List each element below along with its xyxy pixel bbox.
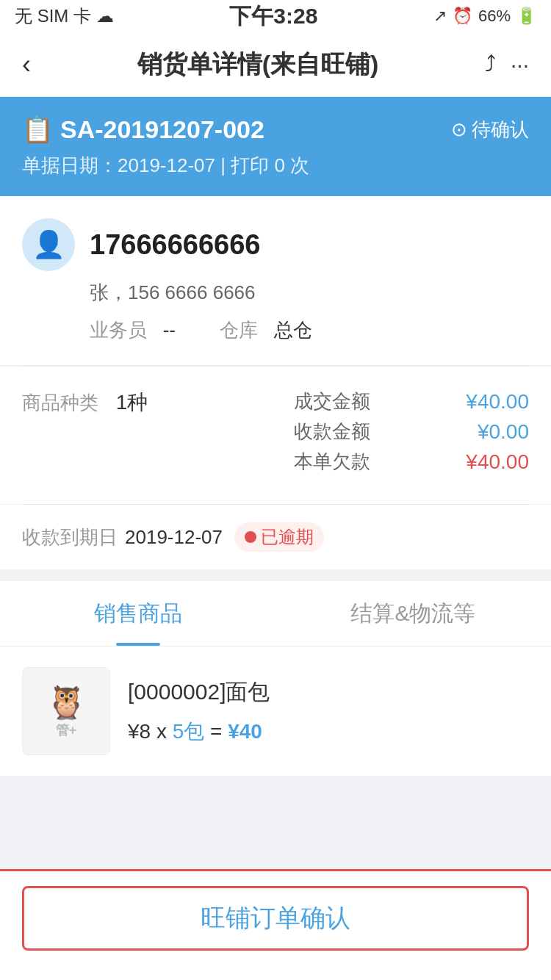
sim-text: 无 SIM 卡 ☁ bbox=[15, 4, 114, 28]
qty-text: 5包 bbox=[173, 720, 205, 743]
amount-1-label: 成交金额 bbox=[294, 389, 370, 414]
order-id: 📋 SA-20191207-002 bbox=[22, 115, 264, 144]
tab-sales-goods[interactable]: 销售商品 bbox=[0, 581, 276, 646]
due-date-value: 2019-12-07 bbox=[125, 526, 223, 549]
order-banner: 📋 SA-20191207-002 ⊙ 待确认 单据日期：2019-12-07 … bbox=[0, 97, 551, 196]
tab-settlement-label: 结算&物流等 bbox=[350, 599, 475, 629]
overdue-text: 已逾期 bbox=[261, 525, 314, 549]
tab-sales-goods-label: 销售商品 bbox=[94, 599, 182, 629]
page-title: 销货单详情(来自旺铺) bbox=[137, 48, 379, 82]
amount-1-value: ¥40.00 bbox=[466, 390, 529, 414]
due-section: 收款到期日 2019-12-07 已逾期 bbox=[0, 505, 551, 569]
nav-actions: ⤴ ··· bbox=[485, 52, 529, 77]
more-icon[interactable]: ··· bbox=[511, 52, 529, 77]
summary-section: 商品种类 1种 成交金额 ¥40.00 收款金额 ¥0.00 本单欠款 ¥40.… bbox=[0, 367, 551, 504]
goods-type: 商品种类 1种 bbox=[22, 389, 148, 417]
share-icon[interactable]: ⤴ bbox=[485, 52, 496, 77]
alarm-icon: ⏰ bbox=[453, 7, 472, 26]
status-left: 无 SIM 卡 ☁ bbox=[15, 4, 114, 28]
order-status: ⊙ 待确认 bbox=[451, 117, 529, 143]
separator-text: = bbox=[204, 720, 228, 743]
overdue-badge: 已逾期 bbox=[234, 522, 324, 552]
bottom-bar: 旺铺订单确认 bbox=[0, 869, 551, 980]
product-item: 🦉 管+ [0000002]面包 ¥8 x 5包 = ¥40 bbox=[0, 646, 551, 776]
goods-type-value: 1种 bbox=[116, 391, 148, 414]
goods-type-label: 商品种类 bbox=[22, 392, 98, 414]
salesperson-value: -- bbox=[163, 319, 176, 341]
confirm-button[interactable]: 旺铺订单确认 bbox=[22, 886, 529, 951]
customer-meta: 业务员 -- 仓库 总仓 bbox=[90, 317, 529, 343]
overdue-dot bbox=[245, 531, 256, 543]
product-section: 🦉 管+ [0000002]面包 ¥8 x 5包 = ¥40 bbox=[0, 646, 551, 776]
location-icon: ↗ bbox=[433, 7, 447, 26]
total-text: ¥40 bbox=[228, 720, 262, 743]
brand-text: 管+ bbox=[56, 721, 77, 739]
warehouse-label: 仓库 bbox=[220, 319, 258, 341]
amount-2-value: ¥0.00 bbox=[478, 420, 529, 444]
amount-3-label: 本单欠款 bbox=[294, 449, 370, 475]
back-button[interactable]: ‹ bbox=[22, 49, 31, 80]
summary-row: 商品种类 1种 成交金额 ¥40.00 收款金额 ¥0.00 本单欠款 ¥40.… bbox=[22, 389, 529, 475]
product-name: [0000002]面包 bbox=[128, 677, 529, 707]
clock-icon: ⊙ bbox=[451, 118, 467, 141]
price-text: ¥8 x bbox=[128, 720, 173, 743]
product-thumb-inner: 🦉 管+ bbox=[46, 683, 87, 739]
warehouse-value: 总仓 bbox=[274, 319, 312, 341]
status-bar: 无 SIM 卡 ☁ 下午3:28 ↗ ⏰ 66% 🔋 bbox=[0, 0, 551, 32]
product-thumbnail: 🦉 管+ bbox=[22, 667, 110, 755]
avatar: 👤 bbox=[22, 218, 75, 271]
amount-1: 成交金额 ¥40.00 bbox=[294, 389, 529, 414]
battery-icon: 🔋 bbox=[516, 7, 536, 26]
tabs-bar: 销售商品 结算&物流等 bbox=[0, 581, 551, 646]
product-info: [0000002]面包 ¥8 x 5包 = ¥40 bbox=[128, 677, 529, 746]
amount-3-value: ¥40.00 bbox=[466, 450, 529, 474]
due-label: 收款到期日 bbox=[22, 525, 118, 550]
battery-text: 66% bbox=[478, 7, 511, 26]
amount-2: 收款金额 ¥0.00 bbox=[294, 419, 529, 444]
salesperson-label: 业务员 bbox=[90, 319, 147, 341]
nav-bar: ‹ 销货单详情(来自旺铺) ⤴ ··· bbox=[0, 32, 551, 97]
section-divider-1 bbox=[0, 569, 551, 581]
salesperson-meta: 业务员 -- bbox=[90, 317, 176, 343]
customer-name: 17666666666 bbox=[90, 229, 260, 261]
amount-2-label: 收款金额 bbox=[294, 419, 370, 444]
customer-top: 👤 17666666666 bbox=[22, 218, 529, 271]
amounts: 成交金额 ¥40.00 收款金额 ¥0.00 本单欠款 ¥40.00 bbox=[294, 389, 529, 475]
tab-settlement[interactable]: 结算&物流等 bbox=[276, 581, 551, 646]
product-price: ¥8 x 5包 = ¥40 bbox=[128, 718, 529, 746]
tab-underline bbox=[116, 643, 160, 646]
status-time: 下午3:28 bbox=[229, 1, 317, 32]
amount-3: 本单欠款 ¥40.00 bbox=[294, 449, 529, 475]
owl-icon: 🦉 bbox=[46, 683, 87, 721]
status-right: ↗ ⏰ 66% 🔋 bbox=[433, 7, 536, 26]
order-date: 单据日期：2019-12-07 | 打印 0 次 bbox=[22, 153, 529, 179]
order-icon: 📋 bbox=[22, 115, 53, 144]
order-banner-top: 📋 SA-20191207-002 ⊙ 待确认 bbox=[22, 115, 529, 144]
warehouse-meta: 仓库 总仓 bbox=[220, 317, 312, 343]
avatar-icon: 👤 bbox=[32, 229, 65, 260]
customer-section: 👤 17666666666 张，156 6666 6666 业务员 -- 仓库 … bbox=[0, 196, 551, 366]
customer-contact: 张，156 6666 6666 bbox=[90, 280, 529, 306]
